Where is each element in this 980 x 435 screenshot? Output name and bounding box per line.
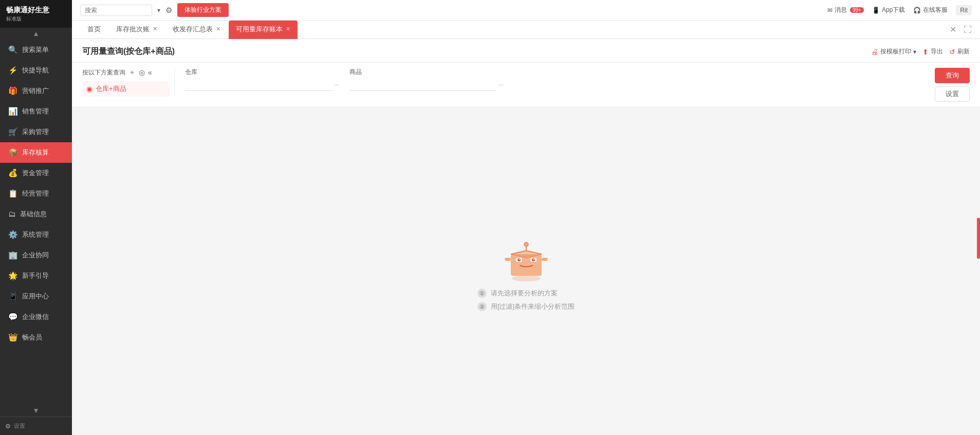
sidebar-item-label: 畅会员 [22, 333, 42, 342]
tab-close-icon[interactable]: ✕ [286, 26, 290, 32]
edit-scheme-button[interactable]: ◎ [139, 68, 145, 77]
warehouse-label: 仓库 [185, 68, 339, 77]
step-1-text: 请先选择要分析的方案 [491, 289, 558, 298]
enterprise-icon: 🏢 [8, 251, 18, 260]
empty-text: ① 请先选择要分析的方案 ② 用[过滤]条件来缩小分析范围 [477, 289, 575, 311]
message-badge: 99+ [850, 7, 864, 13]
export-icon: ⬆ [922, 48, 929, 56]
sidebar-item-label: 采购管理 [22, 127, 49, 137]
export-label: 导出 [931, 47, 943, 56]
gear-icon[interactable]: ⚙ [165, 6, 172, 15]
gift-icon: 🎁 [8, 86, 18, 96]
sidebar-item-sales[interactable]: 📊 销售管理 [0, 101, 72, 122]
cart-icon: 🛒 [8, 127, 18, 137]
sidebar-item-inventory[interactable]: 📦 库存核算 [0, 142, 72, 163]
goods-field: 商品 ··· [349, 68, 504, 91]
dropdown-icon[interactable]: ▾ [157, 7, 160, 14]
print-button[interactable]: 🖨 按模板打印 ▾ [871, 47, 916, 56]
tabbar: 首页 库存批次账 ✕ 收发存汇总表 ✕ 可用量库存账本 ✕ ✕ ⛶ [72, 21, 980, 39]
settings-icon: ⚙ [5, 423, 11, 430]
svg-point-5 [532, 258, 535, 261]
print-label: 按模板打印 [880, 47, 911, 56]
tab-batch[interactable]: 库存批次账 ✕ [109, 21, 164, 39]
topbar-right: ✉ 消息 99+ 📱 App下载 🎧 在线客服 Rit [827, 5, 972, 15]
sidebar-item-enterprise[interactable]: 🏢 企业协同 [0, 245, 72, 266]
tab-panel-expand-button[interactable]: ⛶ [964, 25, 972, 34]
sidebar-item-appcenter[interactable]: 📱 应用中心 [0, 286, 72, 307]
sidebar-logo: 畅康通好生意 标准版 [0, 0, 72, 28]
main-area: ▾ ⚙ 体验行业方案 ✉ 消息 99+ 📱 App下载 🎧 在线客服 Rit 首… [72, 0, 980, 435]
query-button[interactable]: 查询 [935, 68, 970, 83]
scheme-item-warehouse-goods[interactable]: ◉ 仓库+商品 [82, 81, 169, 97]
filter-scheme-panel: 按以下方案查询 ＋ ◎ « ◉ 仓库+商品 [82, 68, 175, 97]
goods-label: 商品 [349, 68, 504, 77]
collapse-scheme-button[interactable]: « [148, 68, 152, 77]
page-actions: 🖨 按模板打印 ▾ ⬆ 导出 ↺ 刷新 [871, 47, 970, 56]
sidebar-item-label: 库存核算 [22, 148, 49, 157]
svg-point-6 [519, 259, 520, 260]
user-avatar[interactable]: Rit [956, 5, 972, 15]
sidebar-item-wechat[interactable]: 💬 企业微信 [0, 307, 72, 327]
svg-point-0 [512, 275, 541, 281]
service-button[interactable]: 🎧 在线客服 [913, 6, 948, 14]
empty-state: ① 请先选择要分析的方案 ② 用[过滤]条件来缩小分析范围 [72, 107, 980, 435]
tab-home[interactable]: 首页 [80, 21, 108, 39]
warehouse-field: 仓库 ··· [185, 68, 339, 91]
sidebar-bottom: ⚙ 设置 [0, 417, 72, 435]
sidebar: 畅康通好生意 标准版 ▲ 🔍 搜索菜单 ⚡ 快捷导航 🎁 营销推广 📊 销售管理… [0, 0, 72, 435]
service-label: 在线客服 [923, 6, 948, 14]
sidebar-item-marketing[interactable]: 🎁 营销推广 [0, 81, 72, 101]
sidebar-item-shortcut[interactable]: ⚡ 快捷导航 [0, 60, 72, 81]
tab-summary[interactable]: 收发存汇总表 ✕ [165, 21, 228, 39]
tab-panel-close-button[interactable]: ✕ [946, 25, 960, 34]
sidebar-scroll-up[interactable]: ▲ [0, 28, 72, 40]
app-icon: 📱 [8, 292, 18, 301]
tab-close-icon[interactable]: ✕ [216, 26, 220, 32]
app-label: App下载 [882, 6, 905, 14]
page-title: 可用量查询(按仓库+商品) [82, 46, 175, 57]
right-scroll-indicator [977, 218, 980, 259]
print-dropdown-icon[interactable]: ▾ [913, 48, 916, 55]
svg-point-7 [533, 259, 534, 260]
step-2-num: ② [477, 302, 487, 311]
sidebar-item-label: 企业协同 [22, 251, 49, 260]
warehouse-more-button[interactable]: ··· [334, 81, 339, 88]
sidebar-item-label: 新手引导 [22, 271, 49, 280]
goods-more-button[interactable]: ··· [498, 81, 504, 88]
refresh-label: 刷新 [957, 47, 970, 56]
export-button[interactable]: ⬆ 导出 [922, 47, 943, 56]
add-scheme-button[interactable]: ＋ [128, 68, 136, 77]
search-input[interactable] [80, 5, 152, 16]
sidebar-item-purchase[interactable]: 🛒 采购管理 [0, 122, 72, 142]
sidebar-item-system[interactable]: ⚙️ 系统管理 [0, 224, 72, 245]
print-icon: 🖨 [871, 48, 878, 56]
empty-step-2: ② 用[过滤]条件来缩小分析范围 [477, 302, 575, 311]
tab-summary-label: 收发存汇总表 [173, 25, 213, 34]
shortcut-icon: ⚡ [8, 66, 18, 75]
filter-scheme-header: 按以下方案查询 ＋ ◎ « [82, 68, 169, 77]
settings-button[interactable]: 设置 [935, 86, 970, 102]
sidebar-item-basic[interactable]: 🗂 基础信息 [0, 204, 72, 224]
tab-available[interactable]: 可用量库存账本 ✕ [229, 21, 298, 39]
warehouse-input[interactable] [185, 79, 332, 91]
sidebar-item-search[interactable]: 🔍 搜索菜单 [0, 40, 72, 60]
sidebar-item-member[interactable]: 👑 畅会员 [0, 327, 72, 348]
topbar: ▾ ⚙ 体验行业方案 ✉ 消息 99+ 📱 App下载 🎧 在线客服 Rit [72, 0, 980, 21]
sidebar-scroll-down[interactable]: ▼ [0, 405, 72, 417]
app-title: 畅康通好生意 [6, 5, 66, 15]
app-download-button[interactable]: 📱 App下载 [872, 6, 905, 14]
sidebar-item-finance[interactable]: 💰 资金管理 [0, 163, 72, 183]
basic-icon: 🗂 [8, 210, 16, 218]
sidebar-item-operation[interactable]: 📋 经营管理 [0, 183, 72, 204]
page-header: 可用量查询(按仓库+商品) 🖨 按模板打印 ▾ ⬆ 导出 ↺ 刷新 [72, 39, 980, 63]
wechat-icon: 💬 [8, 312, 18, 321]
sidebar-item-label: 快捷导航 [22, 66, 49, 75]
refresh-button[interactable]: ↺ 刷新 [949, 47, 970, 56]
sidebar-item-newguide[interactable]: 🌟 新手引导 [0, 266, 72, 286]
message-button[interactable]: ✉ 消息 99+ [827, 6, 864, 14]
trial-button[interactable]: 体验行业方案 [177, 3, 229, 17]
tab-close-icon[interactable]: ✕ [153, 26, 157, 32]
goods-input[interactable] [349, 79, 496, 91]
inventory-icon: 📦 [8, 148, 18, 157]
sidebar-item-label: 企业微信 [22, 312, 49, 321]
